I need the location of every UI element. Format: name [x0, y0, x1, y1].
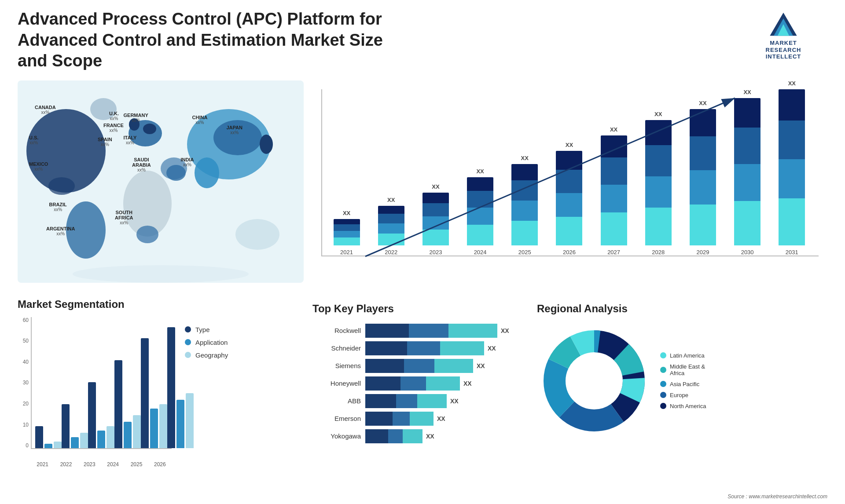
reg-legend-north-america: North America	[660, 403, 706, 409]
logo-area: MARKET RESEARCH INTELLECT	[739, 9, 827, 60]
regional-legend: Latin America Middle East &Africa Asia P…	[660, 352, 706, 409]
seg-bar-2023	[88, 382, 114, 448]
player-row-rockwell: Rockwell XX	[312, 324, 515, 338]
reg-dot-asia-pacific	[660, 381, 666, 387]
map-label-us: U.S.xx%	[29, 135, 38, 145]
segmentation-chart: 60 50 40 30 20 10 0	[18, 317, 176, 458]
page-container: Advanced Process Control (APC) Platform …	[0, 0, 845, 504]
reg-legend-asia-pacific: Asia Pacific	[660, 381, 706, 387]
stacked-bar-2029	[690, 109, 716, 245]
donut-container: Latin America Middle East &Africa Asia P…	[537, 324, 819, 438]
stacked-bar-2021	[334, 219, 360, 245]
svg-point-19	[235, 219, 279, 250]
segmentation-title: Market Segmentation	[18, 298, 299, 310]
legend-label-geography: Geography	[195, 351, 228, 359]
map-label-japan: JAPANxx%	[227, 125, 242, 135]
player-bar-siemens: XX	[365, 359, 485, 373]
stacked-bar-2025	[511, 164, 538, 245]
bar-group-2030: XX 2030	[734, 89, 760, 256]
map-label-france: FRANCExx%	[103, 123, 124, 133]
player-name-yokogawa: Yokogawa	[312, 432, 361, 440]
stacked-bar-2031	[779, 89, 805, 245]
reg-label-middle-east: Middle East &Africa	[670, 363, 705, 376]
reg-legend-latin-america: Latin America	[660, 352, 706, 359]
svg-point-28	[567, 354, 621, 408]
stacked-bar-2023	[422, 193, 449, 245]
reg-label-latin-america: Latin America	[670, 352, 705, 359]
map-label-brazil: BRAZILxx%	[49, 202, 67, 212]
player-row-yokogawa: Yokogawa XX	[312, 429, 515, 443]
bar-group-2023: XX 2023	[422, 183, 449, 256]
key-players-title: Top Key Players	[312, 303, 515, 315]
player-bar-yokogawa: XX	[365, 429, 434, 443]
seg-x-labels: 2021 2022 2023 2024 2025 2026	[31, 461, 172, 467]
stacked-bar-2024	[467, 177, 493, 245]
reg-legend-middle-east: Middle East &Africa	[660, 363, 706, 376]
player-bar-emerson: XX	[365, 412, 445, 426]
map-label-germany: GERMANYxx%	[124, 113, 148, 123]
map-label-saudi: SAUDIARABIAxx%	[132, 157, 151, 172]
seg-bar-2026	[167, 327, 194, 448]
player-name-schneider: Schneider	[312, 344, 361, 352]
seg-bar-2025	[141, 338, 167, 448]
reg-dot-latin-america	[660, 352, 666, 358]
svg-point-17	[195, 157, 219, 188]
player-bar-abb: XX	[365, 394, 459, 408]
stacked-bar-2028	[645, 120, 672, 245]
map-label-southafrica: SOUTHAFRICAxx%	[115, 210, 133, 225]
player-bar-honeywell: XX	[365, 376, 472, 391]
map-label-mexico: MEXICOxx%	[29, 161, 48, 172]
logo-text: MARKET RESEARCH INTELLECT	[766, 40, 801, 60]
map-label-argentina: ARGENTINAxx%	[46, 226, 75, 236]
seg-bar-2022	[62, 404, 88, 448]
bar-group-2028: XX 2028	[645, 111, 672, 256]
reg-label-north-america: North America	[670, 403, 706, 409]
stacked-bar-2022	[378, 206, 404, 245]
player-bar-rockwell: XX	[365, 324, 509, 338]
player-bar-schneider: XX	[365, 341, 496, 355]
legend-label-type: Type	[195, 326, 210, 333]
bar-chart-inner: XX 2021 XX	[321, 89, 819, 256]
map-label-india: INDIAxx%	[181, 157, 194, 167]
reg-legend-europe: Europe	[660, 392, 706, 398]
svg-point-10	[143, 124, 156, 134]
bar-group-2025: XX 2025	[511, 155, 538, 256]
stacked-bar-2027	[601, 135, 627, 245]
player-name-siemens: Siemens	[312, 362, 361, 369]
regional-analysis-section: Regional Analysis	[528, 298, 827, 504]
player-row-emerson: Emerson XX	[312, 412, 515, 426]
player-name-abb: ABB	[312, 397, 361, 405]
player-row-siemens: Siemens XX	[312, 359, 515, 373]
seg-bars-container	[32, 317, 172, 448]
reg-dot-north-america	[660, 403, 666, 409]
reg-dot-europe	[660, 392, 666, 398]
svg-point-6	[48, 177, 75, 195]
bar-group-2027: XX 2027	[601, 126, 627, 256]
map-label-spain: SPAINxx%	[98, 137, 112, 147]
bar-group-2021: XX 2021	[334, 210, 360, 256]
bar-group-2024: XX 2024	[467, 168, 493, 256]
map-label-china: CHINAxx%	[192, 115, 208, 125]
header: Advanced Process Control (APC) Platform …	[18, 9, 827, 72]
bar-group-2029: XX 2029	[690, 100, 716, 256]
world-map-svg	[18, 80, 304, 283]
player-name-honeywell: Honeywell	[312, 380, 361, 387]
reg-dot-middle-east	[660, 367, 666, 373]
seg-bar-2024	[114, 360, 141, 448]
source-text: Source : www.marketresearchintellect.com	[727, 493, 827, 500]
regional-title: Regional Analysis	[537, 303, 819, 315]
map-label-italy: ITALYxx%	[124, 135, 137, 145]
player-row-schneider: Schneider XX	[312, 341, 515, 355]
bar-group-2022: XX 2022	[378, 197, 404, 256]
donut-chart-svg	[537, 324, 651, 438]
player-row-abb: ABB XX	[312, 394, 515, 408]
legend-label-application: Application	[195, 339, 228, 346]
page-title: Advanced Process Control (APC) Platform …	[18, 9, 414, 72]
player-row-honeywell: Honeywell XX	[312, 376, 515, 391]
bar-group-2031: XX 2031	[779, 80, 805, 256]
logo-icon	[768, 9, 799, 40]
seg-axes-box	[31, 317, 172, 449]
bar-group-2026: XX 2026	[556, 142, 582, 256]
bar-chart-section: XX 2021 XX	[312, 80, 827, 292]
market-segmentation-section: Market Segmentation 60 50 40 30 20 10 0	[18, 298, 299, 504]
